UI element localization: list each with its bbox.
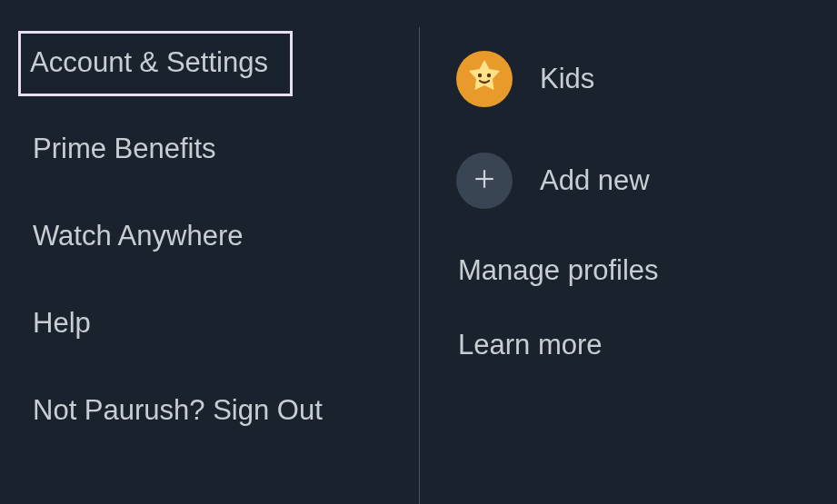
left-menu-panel: Account & Settings Prime Benefits Watch …	[0, 0, 420, 504]
svg-point-2	[487, 74, 491, 77]
kids-profile-icon	[456, 51, 513, 107]
plus-icon	[473, 166, 496, 195]
sign-out-menu-item[interactable]: Not Paurush? Sign Out	[20, 385, 335, 436]
svg-point-1	[478, 74, 482, 77]
help-menu-item[interactable]: Help	[20, 298, 104, 349]
prime-benefits-menu-item[interactable]: Prime Benefits	[20, 124, 229, 174]
add-profile-icon	[456, 153, 513, 209]
manage-profiles-link[interactable]: Manage profiles	[456, 254, 837, 287]
right-profiles-panel: Kids Add new Manage profiles Learn more	[420, 0, 837, 504]
learn-more-link[interactable]: Learn more	[456, 329, 837, 361]
watch-anywhere-menu-item[interactable]: Watch Anywhere	[20, 211, 255, 262]
add-new-label: Add new	[540, 164, 650, 197]
add-new-profile-row[interactable]: Add new	[456, 153, 837, 209]
kids-profile-label: Kids	[540, 63, 594, 95]
kids-profile-row[interactable]: Kids	[456, 51, 837, 107]
account-settings-menu-item[interactable]: Account & Settings	[18, 31, 293, 96]
vertical-divider	[419, 27, 420, 504]
